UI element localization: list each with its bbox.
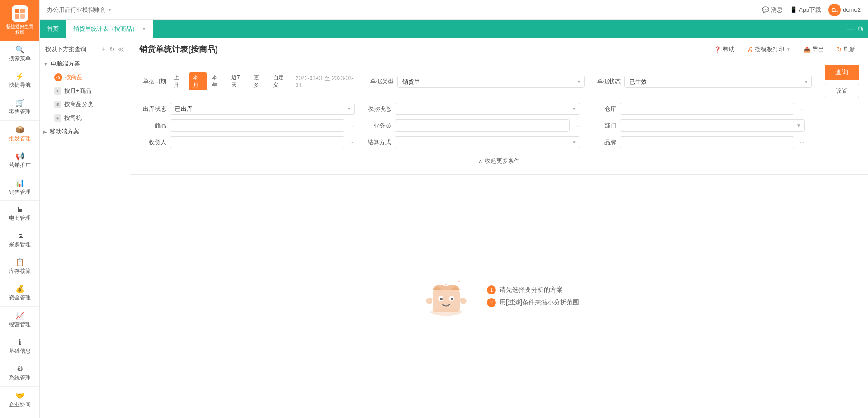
main-area: 办公用品行业模拟账套 ▼ 💬 消息 📱 App下载 Ea demo2 首页 [40,0,868,418]
stock-dots[interactable]: ··· [800,105,805,112]
tree-item-pc[interactable]: ▼ 电脑端方案 [40,57,130,71]
sidebar-item-ecommerce[interactable]: 🖥 电商管理 [0,201,39,227]
sidebar-item-system[interactable]: ⚙ 系统管理 [0,360,39,387]
sidebar-item-wholesale[interactable]: 📦 批发管理 [0,121,39,147]
user-menu[interactable]: Ea demo2 [828,4,861,16]
receiver-dots[interactable]: ··· [350,139,355,146]
filter-settlement-cell: 结算方式 ▼ [364,136,589,148]
sidebar-item-finance[interactable]: 💰 资金管理 [0,280,39,307]
sidebar-item-collab[interactable]: 🤝 企业协同 [0,387,39,413]
sales-icon: 📊 [15,179,24,187]
sidebar-item-search[interactable]: 🔍 搜索菜单 [0,41,39,67]
right-content: 销货单统计表(按商品) ❓ 帮助 🖨 按模板打印 ▼ 📤 导出 [130,38,868,418]
warehouse-label: 出库状态 [139,105,166,113]
page-title-bar: 销货单统计表(按商品) ❓ 帮助 🖨 按模板打印 ▼ 📤 导出 [130,38,868,59]
purchase-icon: 🛍 [16,232,24,240]
date-tab-7days[interactable]: 近7天 [228,72,248,90]
refresh-icon: ↻ [837,46,842,53]
receiver-label: 收货人 [139,138,166,147]
empty-tips: 1 请先选择要分析的方案 2 用[过滤]条件来缩小分析范围 [487,285,579,307]
refresh-scheme-icon[interactable]: ↻ [109,46,115,53]
settlement-select[interactable] [395,136,580,148]
sidebar-item-finance-label: 资金管理 [9,294,31,302]
payment-label: 收款状态 [364,105,391,113]
template-print-btn[interactable]: 🖨 按模板打印 ▼ [744,43,794,55]
app-download-btn[interactable]: 📱 App下载 [790,6,821,14]
dept-select[interactable] [620,119,805,132]
goods-dots[interactable]: ··· [350,122,355,129]
svg-point-8 [440,298,443,300]
doctype-select[interactable]: 销货单 [397,76,585,88]
tab-minimize-icon[interactable]: — [847,25,854,33]
add-scheme-icon[interactable]: ＋ [100,45,107,53]
collapse-scheme-icon[interactable]: ≪ [118,46,124,53]
empty-tip-2: 2 用[过滤]条件来缩小分析范围 [487,298,579,307]
svg-rect-1 [20,9,25,13]
page-actions: ❓ 帮助 🖨 按模板打印 ▼ 📤 导出 ↻ 刷新 [710,43,859,55]
staff-input[interactable] [395,119,569,132]
warehouse-select[interactable]: 已出库 [170,103,355,115]
stock-input[interactable] [620,103,794,115]
help-btn[interactable]: ❓ 帮助 [710,43,738,55]
tab-sales-stats[interactable]: 销货单统计表（按商品） × [66,20,153,38]
help-icon: ❓ [714,46,721,53]
sidebar-item-ecommerce-label: 电商管理 [9,214,31,222]
sidebar-item-inventory[interactable]: 📋 库存核算 [0,253,39,280]
filter-stock-cell: 仓库 ··· [589,103,814,115]
sidebar-item-quick-nav[interactable]: ⚡ 快捷导航 [0,67,39,94]
export-icon: 📤 [803,46,811,53]
docstatus-label: 单据状态 [594,77,621,86]
date-tab-more[interactable]: 更多 [250,72,268,90]
refresh-btn[interactable]: ↻ 刷新 [833,43,859,55]
sidebar-item-basic[interactable]: ℹ 基础信息 [0,333,39,360]
sidebar-item-retail[interactable]: 🛒 零售管理 [0,94,39,121]
brand-dots[interactable]: ··· [800,139,805,146]
topbar-right: 💬 消息 📱 App下载 Ea demo2 [762,4,861,16]
date-tab-last-month[interactable]: 上月 [170,72,188,90]
tab-maximize-icon[interactable]: ⧉ [858,25,863,33]
tab-close-icon[interactable]: × [142,26,146,32]
message-btn[interactable]: 💬 消息 [762,6,783,14]
collab-icon: 🤝 [15,391,24,400]
page-title: 销货单统计表(按商品) [139,44,218,55]
tab-home[interactable]: 首页 [40,20,66,38]
filter-staff-cell: 业务员 ··· [364,119,589,132]
sidebar-item-purchase-label: 采购管理 [9,241,31,248]
staff-dots[interactable]: ··· [575,122,580,129]
wholesale-icon: 📦 [15,125,24,134]
date-control: 上月 本月 本年 近7天 更多 自定义 2023-03-01 至 2023-03… [170,72,358,90]
docstatus-select[interactable]: 已生效 [624,76,812,88]
brand-input[interactable] [620,136,794,148]
receiver-input[interactable] [170,136,344,148]
date-tab-custom[interactable]: 自定义 [269,72,292,90]
tree-item-category[interactable]: ⊞ 按商品分类 [40,98,130,111]
left-panel-header: 按以下方案查询 ＋ ↻ ≪ [40,42,130,57]
sidebar-item-marketing[interactable]: 📢 营销推广 [0,147,39,174]
setting-button[interactable]: 设置 [825,84,859,98]
industry-selector[interactable]: 办公用品行业模拟账套 ▼ [47,6,112,14]
query-button[interactable]: 查询 [825,65,859,80]
filter-row-3: 商品 ··· 业务员 ··· 部门 [139,119,859,132]
tree-item-mobile[interactable]: ▶ 移动端方案 [40,125,130,138]
goods-input[interactable] [170,119,344,132]
tree-item-by-goods[interactable]: 按 按商品 [40,71,130,84]
date-tab-this-month[interactable]: 本月 [189,72,207,90]
sidebar-item-purchase[interactable]: 🛍 采购管理 [0,227,39,253]
sidebar-logo[interactable]: 畅捷通好生意 标版 [0,0,39,41]
tree-item-month-goods[interactable]: ⊞ 按月+商品 [40,84,130,98]
warehouse-select-wrapper: 已出库 ▼ [170,103,355,115]
date-tab-this-year[interactable]: 本年 [208,72,226,90]
collapse-filters-btn[interactable]: ∧ 收起更多条件 [139,153,859,169]
tree-category-icon: ⊞ [54,101,61,108]
sidebar-item-guide[interactable]: 🎯 新手引导 [0,413,39,418]
export-btn[interactable]: 📤 导出 [800,43,828,55]
sidebar-item-sales[interactable]: 📊 销售管理 [0,174,39,201]
filter-area: 单据日期 上月 本月 本年 近7天 更多 自定义 2023-03-01 至 20… [130,59,868,175]
sidebar-item-basic-label: 基础信息 [9,347,31,355]
filter-docstatus-cell: 单据状态 已生效 ▼ [594,76,821,88]
payment-select[interactable] [395,103,580,115]
settlement-label: 结算方式 [364,138,391,147]
filter-date-cell: 单据日期 上月 本月 本年 近7天 更多 自定义 2023-03-01 至 20… [139,72,367,90]
sidebar-item-management[interactable]: 📈 经营管理 [0,307,39,333]
tree-item-driver[interactable]: ⊞ 按司机 [40,111,130,125]
